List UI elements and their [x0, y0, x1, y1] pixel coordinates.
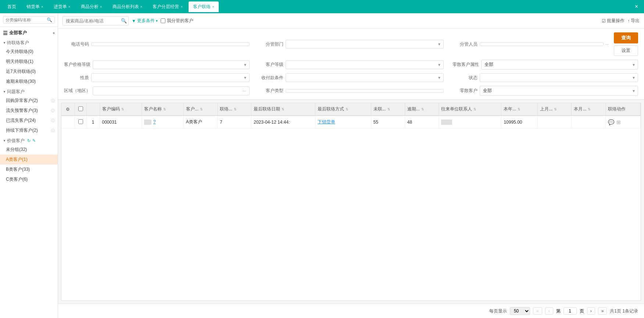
customer-level-select[interactable]: ▾ — [286, 60, 444, 69]
filter-search-icon[interactable]: 🔍 — [121, 18, 127, 24]
filter-mine-checkbox[interactable] — [161, 18, 165, 23]
col-last-date[interactable]: 最后联络日期⇅ — [251, 103, 315, 116]
all-customers-header[interactable]: ☰ 全部客户 « — [0, 27, 58, 38]
row-unit-contact — [439, 116, 501, 128]
close-purchase-tab[interactable]: × — [68, 5, 71, 9]
problem-customer-triangle: ▼ — [3, 90, 6, 93]
problem-customer-group[interactable]: ▼ 问题客户 — [0, 86, 58, 96]
region-select[interactable]: ··· — [93, 86, 250, 95]
region-dots: ··· — [243, 88, 246, 93]
col-last-way[interactable]: 最后联络方式⇅ — [315, 103, 371, 116]
phone-input[interactable] — [91, 42, 250, 46]
window-close-button[interactable]: × — [632, 3, 641, 10]
row-select-checkbox[interactable] — [78, 119, 83, 124]
current-page-input[interactable] — [564, 307, 577, 315]
nature-select[interactable]: ▾ — [91, 73, 250, 82]
filter-search-input[interactable] — [66, 18, 121, 24]
next-page-button[interactable]: › — [587, 307, 595, 315]
value-customer-group[interactable]: ▼ 价值客户 ↻ ✎ — [0, 135, 58, 145]
sidebar-item-tomorrow[interactable]: 明天待联络(1) — [0, 57, 58, 67]
filter-nature: 性质 ▾ — [64, 73, 250, 82]
edit-value-icon[interactable]: ✎ — [32, 138, 36, 143]
close-analysis-list-tab[interactable]: × — [140, 5, 143, 9]
sidebar-item-class-b[interactable]: B类客户(33) — [0, 165, 58, 174]
sort-this-year: ⇅ — [518, 107, 520, 111]
select-all-checkbox[interactable] — [78, 106, 83, 111]
close-customer-mgmt-tab[interactable]: × — [180, 5, 183, 9]
scatter-customer-chevron: ▾ — [633, 88, 635, 93]
sidebar-item-overdue[interactable]: 逾期未联络(30) — [0, 77, 58, 86]
prev-page-button[interactable]: ‹ — [545, 307, 553, 315]
close-sales-tab[interactable]: × — [41, 5, 43, 9]
col-contact[interactable]: 联络...⇅ — [217, 103, 251, 116]
col-code[interactable]: 客户编码⇅ — [100, 103, 142, 116]
filter-mine-container: 我分管的客户 — [161, 18, 193, 24]
pagination: 每页显示 50 10 20 100 « ‹ 第 页 › » 共1页 1条记录 — [58, 304, 644, 318]
nav-tab-customer-mgmt[interactable]: 客户分层经营 × — [148, 1, 187, 12]
pending-contact-group[interactable]: ▼ 待联络客户 — [0, 38, 58, 47]
col-type[interactable]: 客户...⇅ — [183, 103, 217, 116]
row-num: 1 — [86, 116, 100, 128]
sidebar-item-7days[interactable]: 近7天待联络(0) — [0, 67, 58, 77]
status-select[interactable]: ▾ — [480, 73, 638, 82]
nav-tab-analysis-list[interactable]: 商品分析列表 × — [108, 1, 147, 12]
export-button[interactable]: ↑ 导出 — [627, 18, 640, 24]
last-page-button[interactable]: » — [598, 307, 607, 315]
sidebar-item-today[interactable]: 今天待联络(0) — [0, 47, 58, 57]
nav-home[interactable]: 首页 — [3, 1, 21, 12]
person-select[interactable] — [480, 42, 604, 46]
filter-person: 分管人员 ··· 查询 设置 — [452, 32, 638, 56]
customer-type-select[interactable] — [286, 89, 444, 93]
sidebar-search-button[interactable]: 🔍 — [47, 17, 52, 22]
info-icon-churned: ⓘ — [51, 118, 55, 123]
page-size-select[interactable]: 50 10 20 100 — [510, 307, 530, 315]
sidebar-item-class-a[interactable]: A类客户(1) — [0, 155, 58, 165]
close-analysis-tab[interactable]: × — [100, 5, 102, 9]
dept-select[interactable]: ▾ — [286, 40, 444, 49]
first-page-button[interactable]: « — [533, 307, 542, 315]
payment-select[interactable]: ▾ — [286, 73, 444, 82]
sidebar-item-repurchase-anomaly[interactable]: 回购异常客户(2) ⓘ — [0, 96, 58, 106]
col-overdue[interactable]: 逾期...⇅ — [405, 103, 439, 116]
col-unit-contact[interactable]: 往来单位联系人⇅ — [439, 103, 501, 116]
sort-contact: ⇅ — [234, 107, 237, 111]
sidebar-item-declining[interactable]: 持续下滑客户(2) ⓘ — [0, 126, 58, 135]
qr-action-icon[interactable]: ⊞ — [616, 119, 621, 125]
sidebar-item-class-c[interactable]: C类客户(6) — [0, 174, 58, 184]
customer-name-link[interactable]: ? — [153, 119, 156, 124]
batch-op-icon: ☑ — [602, 18, 606, 24]
info-icon-declining: ⓘ — [51, 128, 55, 133]
sidebar-item-churned[interactable]: 已流失客户(24) ⓘ — [0, 116, 58, 126]
last-way-link[interactable]: 下销货单 — [318, 119, 335, 124]
scatter-customer-select[interactable]: 全部 ▾ — [480, 86, 638, 96]
adv-filter-grid: 电话号码 分管部门 ▾ 分管人员 — [58, 29, 644, 99]
sidebar-item-churn-warning[interactable]: 流失预警客户(3) ⓘ — [0, 106, 58, 116]
nav-tab-analysis[interactable]: 商品分析 × — [76, 1, 107, 12]
close-customer-contact-tab[interactable]: × — [212, 5, 214, 9]
refresh-value-icon[interactable]: ↻ — [27, 138, 31, 143]
nav-tab-customer-contact[interactable]: 客户联络 × — [189, 1, 219, 12]
person-dots[interactable]: ··· — [605, 42, 609, 47]
col-this-month[interactable]: 本月...⇅ — [572, 103, 605, 116]
sort-this-month: ⇅ — [588, 107, 591, 111]
price-level-select[interactable]: ▾ — [93, 60, 250, 69]
col-settings[interactable]: ⚙ — [61, 103, 75, 116]
nav-tab-purchase[interactable]: 进货单 × — [49, 1, 75, 12]
content-area: 🔍 ▼ 更多条件 ▾ 我分管的客户 ☑ 批量操作 ↑ 导出 — [58, 13, 644, 318]
filter-dept: 分管部门 ▾ — [258, 32, 444, 56]
table-row: 1 000031 ? A类客户 7 2023-04-12 14:44: 下销货单… — [61, 116, 641, 128]
query-button[interactable]: 查询 — [614, 32, 638, 43]
settings-button[interactable]: 设置 — [614, 45, 638, 56]
scatter-attr-select[interactable]: 全部 ▾ — [481, 60, 638, 70]
comment-action-icon[interactable]: 💬 — [608, 119, 614, 125]
col-last-month[interactable]: 上月...⇅ — [538, 103, 572, 116]
sidebar-item-ungrouped[interactable]: 未分组(32) — [0, 145, 58, 155]
filter-more-button[interactable]: ▼ 更多条件 ▾ — [132, 18, 158, 24]
sort-type: ⇅ — [200, 107, 203, 111]
col-name[interactable]: 客户名称⇅ — [142, 103, 183, 116]
col-no-contact[interactable]: 未联...⇅ — [371, 103, 405, 116]
batch-op-button[interactable]: ☑ 批量操作 — [602, 18, 625, 24]
collapse-sidebar-icon[interactable]: « — [53, 31, 55, 35]
nav-tab-sales[interactable]: 销货单 × — [22, 1, 48, 12]
col-this-year[interactable]: 本年...⇅ — [501, 103, 538, 116]
